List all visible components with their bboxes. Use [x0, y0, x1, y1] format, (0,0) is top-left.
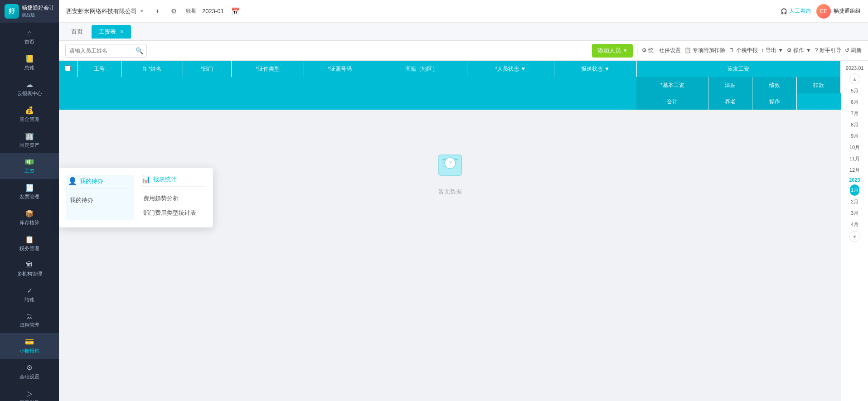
nav-label-invoice: 发票管理 — [19, 193, 39, 200]
th-checkbox[interactable] — [59, 61, 77, 77]
timeline-months: 5月6月7月8月9月10月11月12月20231月2月3月4月 — [847, 85, 862, 230]
timeline-month-3[interactable]: 3月 — [847, 208, 862, 219]
timeline-up-btn[interactable]: ▲ — [849, 73, 860, 84]
operation-btn[interactable]: ⚙ 操作 ▼ — [787, 47, 811, 54]
sidebar-item-expense[interactable]: 💳小畅报销 — [0, 333, 59, 359]
user-name: 畅捷通组组 — [834, 7, 861, 15]
tab-home[interactable]: 首页 — [64, 25, 90, 39]
th-job-number: 工号 — [77, 61, 121, 77]
period-label: 账期 — [186, 7, 197, 15]
user-info[interactable]: CE 畅捷通组组 — [816, 4, 861, 19]
company-selector[interactable]: 西安虾米网络科技有限公司 ▼ — [66, 7, 144, 15]
logo-sub: 旗舰版 — [22, 12, 54, 18]
th-ops: 操作 — [752, 93, 796, 110]
th-person-status[interactable]: *人员状态 ▼ — [467, 61, 554, 77]
popup-menu-row: 👤我的待办我的待办📊报表统计费用趋势分析部门费用类型统计表 — [66, 175, 206, 220]
th-name[interactable]: ⇅ *姓名 — [121, 61, 183, 77]
add-person-label: 添加人员 — [597, 47, 621, 55]
logo-area: 好 畅捷通好会计 旗舰版 — [0, 0, 59, 23]
sidebar-item-archive[interactable]: 🗂归档管理 — [0, 308, 59, 333]
sidebar-item-multi-org[interactable]: 🏛多机构管理 — [0, 256, 59, 282]
tab-salary-table[interactable]: 工资表 ✕ — [92, 25, 131, 39]
nav-icon-inventory: 📦 — [25, 209, 34, 218]
th-total: 合计 — [636, 93, 708, 110]
popup-col-title-my-todo: 👤我的待办 — [68, 177, 132, 188]
refresh-btn[interactable]: ↺ 刷新 — [845, 47, 862, 54]
logo-icon: 好 — [5, 4, 19, 19]
main-table: 工号 ⇅ *姓名 *部门 *证件类型 *证照号码 国籍（地区） *人员状态 ▼ … — [59, 61, 841, 401]
empty-text: 暂无数据 — [438, 188, 462, 196]
sidebar-item-fixed-assets[interactable]: 🏢固定资产 — [0, 127, 59, 153]
sidebar-item-tax[interactable]: 📋税务管理 — [0, 231, 59, 256]
sidebar-item-fund[interactable]: 💰资金管理 — [0, 101, 59, 127]
sidebar-nav: ⌂首页📒总账☁云报表中心💰资金管理🏢固定资产💵工资🧾发票管理📦库存核算📋税务管理… — [0, 23, 59, 401]
popup-col-icon-my-todo: 👤 — [68, 177, 77, 185]
customer-service[interactable]: 🎧 人工咨询 — [781, 7, 811, 15]
timeline-month-9[interactable]: 9月 — [847, 130, 862, 142]
timeline-month-4[interactable]: 4月 — [847, 219, 862, 230]
tab-close-icon[interactable]: ✕ — [120, 29, 124, 35]
timeline-month-7[interactable]: 7月 — [847, 108, 862, 119]
nav-icon-expense: 💳 — [25, 338, 34, 346]
toolbar-actions: 添加人员 ▼ | ⚙ 统一社保设置 📋 专项附加扣除 🗒 个税申报 ↑ 导出 ▼… — [592, 44, 862, 58]
th-nationality: 国籍（地区） — [376, 61, 467, 77]
sidebar-item-guide[interactable]: ▷新手引导 — [0, 385, 59, 401]
sidebar-item-ledger[interactable]: 📒总账 — [0, 50, 59, 76]
timeline-month-10[interactable]: 10月 — [847, 142, 862, 153]
timeline-month-8[interactable]: 8月 — [847, 119, 862, 130]
sidebar-item-basic-settings[interactable]: ⚙基础设置 — [0, 359, 59, 385]
nav-label-tax: 税务管理 — [19, 245, 39, 252]
table-area: 工号 ⇅ *姓名 *部门 *证件类型 *证照号码 国籍（地区） *人员状态 ▼ … — [59, 61, 868, 401]
calendar-button[interactable]: 📅 — [229, 5, 242, 18]
nav-icon-basic-settings: ⚙ — [26, 363, 33, 372]
personal-tax-btn[interactable]: 🗒 个税申报 — [729, 47, 757, 54]
timeline-month-6[interactable]: 6月 — [847, 97, 862, 108]
add-person-button[interactable]: 添加人员 ▼ — [592, 44, 633, 58]
add-company-button[interactable]: ＋ — [151, 5, 164, 18]
timeline-month-2[interactable]: 2月 — [847, 196, 862, 208]
nav-label-ledger: 总账 — [24, 64, 34, 71]
th-empty-last — [796, 93, 840, 110]
sidebar-item-salary[interactable]: 💵工资 — [0, 153, 59, 179]
nav-icon-fixed-assets: 🏢 — [25, 132, 34, 140]
select-all-checkbox[interactable] — [65, 65, 71, 71]
social-insurance-btn[interactable]: ⚙ 统一社保设置 — [642, 47, 681, 54]
nav-label-fund: 资金管理 — [19, 116, 39, 123]
timeline-month-11[interactable]: 11月 — [847, 153, 862, 164]
popup-col-my-todo: 👤我的待办我的待办 — [66, 175, 134, 220]
sidebar-item-cloud-report[interactable]: ☁云报表中心 — [0, 76, 59, 101]
nav-icon-invoice: 🧾 — [25, 184, 34, 192]
timeline-month-1[interactable]: 1月 — [850, 184, 859, 196]
nav-icon-settle: ✓ — [27, 286, 33, 295]
sidebar-item-invoice[interactable]: 🧾发票管理 — [0, 179, 59, 205]
sidebar-item-settle[interactable]: ✓结账 — [0, 282, 59, 308]
nav-label-guide: 新手引导 — [19, 399, 39, 401]
popup-col-title-report-stats: 📊报表统计 — [141, 175, 206, 187]
search-icon[interactable]: 🔍 — [136, 47, 143, 54]
special-deduction-btn[interactable]: 📋 专项附加扣除 — [684, 47, 725, 54]
popup-item-todo[interactable]: 我的待办 — [68, 193, 132, 208]
salary-table: 工号 ⇅ *姓名 *部门 *证件类型 *证照号码 国籍（地区） *人员状态 ▼ … — [59, 61, 841, 110]
popup-item-dept-expense[interactable]: 部门费用类型统计表 — [141, 206, 206, 220]
settings-button[interactable]: ⚙ — [168, 5, 180, 18]
svg-text:?: ? — [448, 159, 452, 167]
nav-icon-fund: 💰 — [25, 106, 34, 115]
th-deduction: 扣款 — [796, 77, 840, 93]
logo-text: 畅捷通好会计 — [22, 5, 54, 12]
nav-icon-cloud-report: ☁ — [26, 80, 33, 89]
new-guide-btn[interactable]: ? 新手引导 — [815, 47, 841, 54]
th-report-status[interactable]: 报送状态 ▼ — [554, 61, 636, 77]
search-input[interactable] — [69, 48, 133, 54]
nav-label-expense: 小畅报销 — [19, 348, 39, 354]
popup-col-icon-report-stats: 📊 — [141, 175, 150, 184]
sidebar-item-home[interactable]: ⌂首页 — [0, 24, 59, 50]
timeline-down-btn[interactable]: ▼ — [849, 231, 860, 242]
popup-item-expense-trend[interactable]: 费用趋势分析 — [141, 191, 206, 206]
sidebar-item-inventory[interactable]: 📦库存核算 — [0, 205, 59, 231]
timeline-panel: 2023.01 ▲ 5月6月7月8月9月10月11月12月20231月2月3月4… — [841, 61, 868, 401]
timeline-month-5[interactable]: 5月 — [847, 85, 862, 97]
search-wrap: 🔍 — [65, 44, 147, 58]
export-btn[interactable]: ↑ 导出 ▼ — [761, 47, 784, 54]
timeline-month-12[interactable]: 12月 — [847, 164, 862, 176]
topbar-add-actions: ＋ ⚙ — [151, 5, 180, 18]
